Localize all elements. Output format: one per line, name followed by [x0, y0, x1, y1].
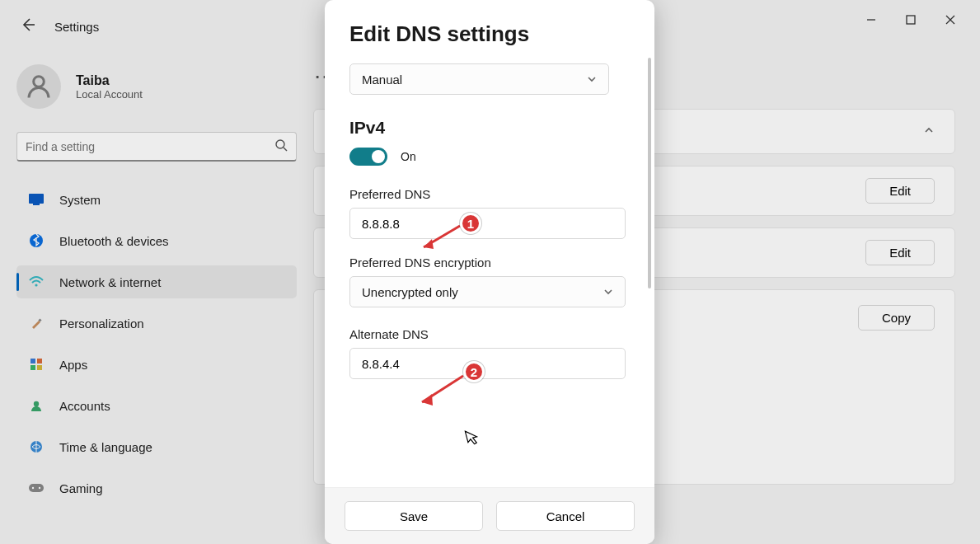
save-button[interactable]: Save	[345, 501, 483, 531]
chevron-down-icon	[603, 285, 613, 299]
annotation-marker-1: 1	[460, 213, 481, 234]
annotation-arrow-1	[414, 223, 463, 257]
dns-modal: Edit DNS settings Manual IPv4 On Preferr…	[325, 0, 654, 544]
chevron-down-icon	[587, 73, 597, 87]
alternate-dns-input[interactable]	[349, 348, 626, 379]
preferred-enc-select[interactable]: Unencrypted only	[349, 276, 626, 307]
ipv4-heading: IPv4	[349, 118, 630, 138]
alternate-dns-label: Alternate DNS	[349, 327, 630, 341]
modal-title: Edit DNS settings	[349, 21, 630, 47]
annotation-marker-2: 2	[463, 361, 485, 382]
modal-footer: Save Cancel	[325, 487, 654, 544]
mode-select[interactable]: Manual	[349, 63, 609, 95]
enc-value: Unencrypted only	[362, 285, 458, 299]
scrollbar[interactable]	[648, 58, 651, 288]
preferred-dns-label: Preferred DNS	[349, 187, 630, 201]
svg-marker-24	[424, 239, 434, 249]
ipv4-toggle[interactable]	[349, 148, 387, 166]
toggle-label: On	[401, 150, 416, 163]
preferred-enc-label: Preferred DNS encryption	[349, 256, 630, 270]
preferred-dns-input[interactable]	[349, 208, 626, 239]
mode-value: Manual	[362, 73, 402, 87]
annotation-arrow-2	[412, 373, 467, 410]
cancel-button[interactable]: Cancel	[496, 501, 635, 531]
